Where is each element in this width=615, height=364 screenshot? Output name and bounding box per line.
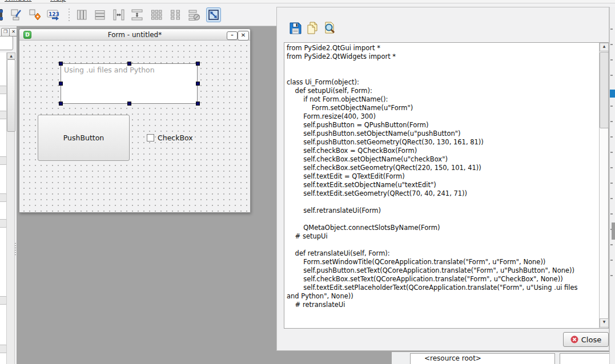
save-icon[interactable] xyxy=(288,21,302,35)
scroll-down-icon[interactable]: ▼ xyxy=(600,318,609,327)
code-view[interactable]: from PySide2.QtGui import * from PySide2… xyxy=(287,44,597,327)
svg-text:123: 123 xyxy=(49,11,59,17)
scrollbar-fragment[interactable] xyxy=(612,223,615,240)
textedit-placeholder: Using .ui files and Python xyxy=(64,66,155,74)
dock-float-icon[interactable]: ❐ xyxy=(1,28,10,37)
toolbar-separator xyxy=(69,9,70,21)
selection-handle[interactable] xyxy=(59,102,63,106)
checkbox-label: CheckBox xyxy=(158,134,193,142)
selection-handle[interactable] xyxy=(127,102,131,106)
form-editor-window: Form - untitled* D – ✕ Using .ui files a… xyxy=(19,29,251,213)
form-canvas[interactable]: Using .ui files and Python PushButton Ch… xyxy=(19,41,250,213)
menu-window[interactable]: Window xyxy=(5,0,31,2)
edit-buddies-icon[interactable] xyxy=(27,7,42,22)
form-window-titlebar[interactable]: Form - untitled* D – ✕ xyxy=(19,29,250,41)
menu-help[interactable]: Help xyxy=(50,0,66,2)
designer-app-icon: D xyxy=(23,31,31,39)
scrollbar-thumb[interactable] xyxy=(600,52,609,128)
break-layout-icon[interactable] xyxy=(187,7,202,22)
checkbox-widget[interactable]: CheckBox xyxy=(147,134,193,142)
widget-list[interactable] xyxy=(0,52,6,364)
textedit-widget[interactable]: Using .ui files and Python xyxy=(61,63,198,104)
tree-branch-marks xyxy=(610,29,613,280)
checkbox-indicator[interactable] xyxy=(147,134,154,141)
scrollbar-thumb[interactable] xyxy=(7,59,15,132)
scroll-up-icon[interactable]: ▲ xyxy=(7,52,15,59)
selection-handle[interactable] xyxy=(59,62,63,66)
layout-horizontal-icon[interactable] xyxy=(74,7,89,22)
edit-signals-slots-icon[interactable] xyxy=(9,7,24,22)
copy-icon[interactable] xyxy=(306,21,319,35)
pushbutton-label: PushButton xyxy=(63,134,104,142)
selection-handle[interactable] xyxy=(127,62,131,66)
layout-vertical-icon[interactable] xyxy=(93,7,107,22)
selection-handle[interactable] xyxy=(196,82,200,86)
layout-split-vertical-icon[interactable] xyxy=(130,7,144,22)
selection-handle[interactable] xyxy=(59,82,63,86)
form-window-title: Form - untitled* xyxy=(19,29,250,41)
code-view-box: from PySide2.QtGui import * from PySide2… xyxy=(284,42,609,329)
selected-row-sliver[interactable] xyxy=(610,90,615,98)
adjust-size-icon[interactable] xyxy=(206,7,221,22)
selection-handle[interactable] xyxy=(196,62,200,66)
layout-grid-icon[interactable] xyxy=(149,7,164,22)
widget-filter-input[interactable] xyxy=(0,36,13,50)
close-button[interactable]: Close xyxy=(563,332,609,347)
widget-list-scrollbar[interactable]: ▲ xyxy=(6,52,15,364)
right-dock-strip xyxy=(609,7,615,364)
minimize-icon[interactable]: – xyxy=(227,31,238,40)
dock-resize-grip[interactable] xyxy=(15,243,16,257)
python-code-dialog: from PySide2.QtGui import * from PySide2… xyxy=(276,7,609,351)
find-icon[interactable] xyxy=(323,21,336,35)
edit-widgets-icon[interactable] xyxy=(0,7,7,22)
close-button-label: Close xyxy=(581,335,601,344)
red-close-circle-icon xyxy=(570,335,578,343)
close-icon[interactable]: ✕ xyxy=(238,31,249,41)
qt-designer-screen: Window Help xyxy=(0,0,615,364)
resource-root-label[interactable]: <resource root> xyxy=(411,354,554,363)
resource-contents-panel[interactable] xyxy=(560,353,615,364)
scroll-up-icon[interactable]: ▲ xyxy=(600,43,609,51)
pushbutton-widget[interactable]: PushButton xyxy=(38,115,130,161)
layout-form-icon[interactable] xyxy=(168,7,183,22)
selection-handle[interactable] xyxy=(196,102,200,106)
edit-tab-order-icon[interactable]: 123 xyxy=(46,7,61,22)
resource-browser-dock: <resource root> xyxy=(392,352,615,364)
resource-tree-panel[interactable]: <resource root> xyxy=(410,353,555,364)
layout-split-horizontal-icon[interactable] xyxy=(111,7,126,22)
widget-box-dock: ❐ ✕ ▲ xyxy=(0,26,17,364)
code-scrollbar[interactable]: ▲ ▼ xyxy=(599,43,608,328)
